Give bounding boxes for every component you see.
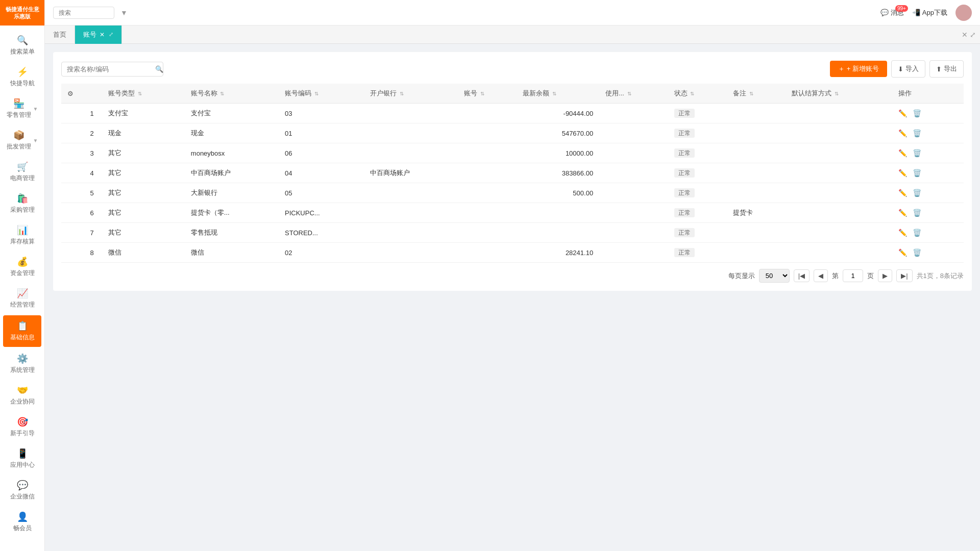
delete-button[interactable]: 🗑️ [913,189,921,197]
cell-default-payment [786,104,892,123]
sidebar-item-system-mgmt[interactable]: ⚙️ 系统管理 [0,348,44,380]
page-prev-button[interactable]: ◀ [814,269,828,282]
th-settings[interactable]: ⚙ [61,84,82,104]
th-action: 操作 [892,84,964,104]
cell-balance [517,203,599,223]
import-button[interactable]: ⬇ 导入 [891,60,925,78]
delete-button[interactable]: 🗑️ [913,209,921,217]
edit-button[interactable]: ✏️ [898,169,907,177]
cell-name: 零售抵现 [185,223,279,243]
sidebar-item-operations[interactable]: 📈 经营管理 [0,283,44,314]
page-size-select[interactable]: 50 10 20 100 [759,269,790,283]
cell-account [458,203,517,223]
cell-bank: 中百商场账户 [364,163,458,183]
th-num [82,84,102,104]
delete-button[interactable]: 🗑️ [913,129,921,137]
th-default-payment[interactable]: 默认结算方式 ⇅ [786,84,892,104]
sidebar-item-label: 批发管理 [7,142,31,151]
th-code[interactable]: 账号编码 ⇅ [279,84,364,104]
page-last-button[interactable]: ▶| [896,269,912,282]
tab-home[interactable]: 首页 [45,26,75,44]
cell-status: 正常 [668,104,727,123]
cell-status: 正常 [668,123,727,143]
cell-remark [727,104,786,123]
sidebar-item-finance[interactable]: 💰 资金管理 [0,251,44,283]
sidebar-item-enterprise-wechat[interactable]: 💬 企业微信 [0,474,44,506]
page-first-button[interactable]: |◀ [794,269,810,282]
total-info: 共1页，8条记录 [917,271,964,281]
delete-button[interactable]: 🗑️ [913,109,921,117]
cell-action: ✏️ 🗑️ [892,104,964,123]
sidebar-item-enterprise[interactable]: 🤝 企业协同 [0,380,44,411]
edit-button[interactable]: ✏️ [898,109,907,117]
th-bank[interactable]: 开户银行 ⇅ [364,84,458,104]
sidebar-item-member[interactable]: 👤 畅会员 [0,506,44,538]
edit-button[interactable]: ✏️ [898,209,907,217]
cell-remark [727,243,786,263]
enterprise-icon: 🤝 [17,385,28,396]
page-input[interactable] [843,269,863,282]
topbar-search-input[interactable] [53,7,114,19]
delete-button[interactable]: 🗑️ [913,149,921,157]
sidebar-item-inventory[interactable]: 📊 库存核算 [0,219,44,251]
edit-button[interactable]: ✏️ [898,129,907,137]
sidebar-item-guide[interactable]: 🎯 新手引导 [0,411,44,443]
th-balance[interactable]: 最新余额 ⇅ [517,84,599,104]
delete-button[interactable]: 🗑️ [913,248,921,257]
add-icon: ＋ [838,64,845,73]
sidebar-item-label: 零售管理 [7,111,31,119]
expand-icon[interactable]: ▼ [120,9,128,17]
add-account-button[interactable]: ＋ + 新增账号 [830,61,887,77]
close-window-icon[interactable]: ✕ [962,31,968,39]
tab-close-icon[interactable]: ✕ [100,31,105,38]
edit-button[interactable]: ✏️ [898,189,907,197]
delete-button[interactable]: 🗑️ [913,229,921,237]
edit-button[interactable]: ✏️ [898,248,907,257]
user-avatar[interactable] [955,5,972,21]
topbar: ▼ 💬 消息 99+ 📲 App下载 [45,0,980,26]
app-download-button[interactable]: 📲 App下载 [912,8,947,17]
search-input[interactable] [61,62,163,77]
th-name[interactable]: 账号名称 ⇅ [185,84,279,104]
sidebar-item-retail-mgmt[interactable]: 🏪 零售管理 ▼ [0,93,44,124]
basic-info-icon: 📋 [17,320,28,332]
search-icon[interactable]: 🔍 [155,65,163,73]
th-account[interactable]: 账号 ⇅ [458,84,517,104]
status-badge: 正常 [674,228,695,237]
cell-usage [599,143,668,163]
maximize-window-icon[interactable]: ⤢ [970,31,976,39]
message-button[interactable]: 💬 消息 99+ [880,8,904,17]
cell-type: 微信 [102,243,185,263]
sidebar-item-label: 经营管理 [10,300,35,309]
th-usage[interactable]: 使用... ⇅ [599,84,668,104]
toolbar-left: 🔍 [61,62,163,77]
cell-bank [364,243,458,263]
app-download-label: App下载 [922,8,947,17]
th-remark[interactable]: 备注 ⇅ [727,84,786,104]
cell-default-payment [786,183,892,203]
cell-remark: 提货卡 [727,203,786,223]
cell-code: 03 [279,104,364,123]
table-row: 8 微信 微信 02 28241.10 正常 ✏️ 🗑️ [61,243,964,263]
sidebar-item-label: 基础信息 [10,333,35,342]
sidebar-item-ecom-mgmt[interactable]: 🛒 电商管理 [0,156,44,188]
sidebar-item-app-center[interactable]: 📱 应用中心 [0,443,44,474]
sidebar-item-search-menu[interactable]: 🔍 搜索菜单 [0,30,44,61]
sidebar-item-basic-info[interactable]: 📋 基础信息 [3,315,41,347]
sidebar-item-wholesale-mgmt[interactable]: 📦 批发管理 ▼ [0,124,44,156]
th-status[interactable]: 状态 ⇅ [668,84,727,104]
cell-num: 6 [82,203,102,223]
edit-button[interactable]: ✏️ [898,229,907,237]
cell-account [458,123,517,143]
edit-button[interactable]: ✏️ [898,149,907,157]
cell-default-payment [786,163,892,183]
page-next-button[interactable]: ▶ [878,269,892,282]
delete-button[interactable]: 🗑️ [913,169,921,177]
tab-account[interactable]: 账号 ✕ ⤢ [75,26,122,44]
th-type[interactable]: 账号类型 ⇅ [102,84,185,104]
export-button[interactable]: ⬆ 导出 [929,60,964,78]
sidebar-item-purchase-mgmt[interactable]: 🛍️ 采购管理 [0,188,44,219]
cell-remark [727,143,786,163]
tab-maximize-icon[interactable]: ⤢ [109,31,113,38]
sidebar-item-quick-nav[interactable]: ⚡ 快捷导航 [0,61,44,93]
